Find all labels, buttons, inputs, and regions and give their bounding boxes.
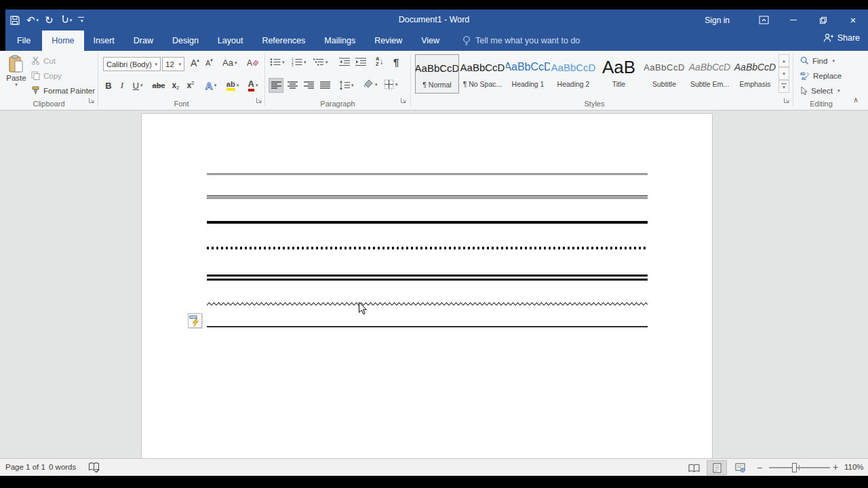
styles-dialog-launcher[interactable]	[783, 97, 791, 105]
font-size-dropdown[interactable]: ▾	[178, 62, 181, 67]
print-layout-button[interactable]	[707, 460, 727, 475]
tab-layout[interactable]: Layout	[208, 30, 253, 51]
ribbon-display-options-button[interactable]	[749, 9, 778, 30]
style-heading-2[interactable]: AaBbCcD Heading 2	[551, 54, 595, 94]
close-button[interactable]: ×	[838, 9, 868, 30]
grow-font-button[interactable]: A▴	[191, 58, 199, 68]
style-no-spacing[interactable]: AaBbCcD ¶ No Spac...	[460, 54, 505, 94]
font-group-label: Font	[98, 100, 264, 108]
document-page[interactable]	[141, 113, 713, 458]
bold-button[interactable]: B	[103, 78, 114, 93]
increase-indent-button[interactable]	[355, 58, 366, 66]
restore-button[interactable]	[808, 9, 838, 30]
find-button[interactable]: Find ▾	[800, 56, 835, 65]
font-name-dropdown[interactable]: ▾	[155, 62, 157, 67]
styles-scroll-down-button[interactable]: ▾	[778, 67, 789, 80]
group-divider	[98, 54, 98, 106]
autocorrect-options-button[interactable]	[188, 313, 202, 328]
tab-draw[interactable]: Draw	[124, 30, 163, 51]
font-dialog-launcher[interactable]	[256, 97, 264, 105]
line-spacing-button[interactable]: ▾	[339, 81, 354, 90]
underline-dropdown[interactable]: ▾	[140, 83, 143, 88]
superscript-button[interactable]: x2	[184, 78, 197, 93]
clear-formatting-button[interactable]: A	[247, 58, 258, 68]
font-color-dropdown[interactable]: ▾	[256, 83, 258, 88]
word-count[interactable]: 0 words	[49, 463, 76, 471]
borders-dropdown[interactable]: ▾	[395, 82, 398, 87]
style-heading-1[interactable]: AaBbCcD Heading 1	[506, 54, 550, 94]
sign-in-link[interactable]: Sign in	[705, 16, 730, 25]
italic-button[interactable]: I	[118, 78, 126, 93]
tab-insert[interactable]: Insert	[84, 30, 124, 51]
tab-design[interactable]: Design	[163, 30, 208, 51]
zoom-out-button[interactable]: −	[757, 462, 762, 473]
read-mode-button[interactable]	[684, 460, 704, 475]
tab-mailings[interactable]: Mailings	[315, 30, 365, 51]
document-area[interactable]	[0, 110, 868, 458]
borders-button[interactable]: ▾	[384, 79, 398, 89]
find-dropdown[interactable]: ▾	[832, 58, 835, 64]
zoom-level[interactable]: 110%	[844, 463, 864, 471]
styles-scroll-up-button[interactable]: ▴	[778, 54, 789, 67]
zoom-in-button[interactable]: +	[833, 462, 838, 472]
align-right-button[interactable]	[301, 78, 316, 93]
tab-references[interactable]: References	[252, 30, 315, 51]
tab-review[interactable]: Review	[365, 30, 412, 51]
styles-gallery-more-button[interactable]: ▾	[778, 80, 789, 93]
strikethrough-button[interactable]: abc	[151, 78, 167, 93]
replace-label: Replace	[813, 72, 842, 80]
paste-button[interactable]: Paste ▾	[4, 54, 28, 101]
tell-me-box[interactable]: Tell me what you want to do	[462, 30, 580, 51]
shrink-font-button[interactable]: A▾	[205, 59, 213, 67]
align-left-button[interactable]	[269, 78, 283, 93]
font-size-combo[interactable]: 12 ▾	[162, 57, 184, 71]
format-painter-button[interactable]: Format Painter	[31, 86, 95, 95]
zoom-slider-track[interactable]	[769, 467, 830, 468]
collapse-ribbon-button[interactable]: ∧	[853, 96, 859, 104]
replace-button[interactable]: abac Replace	[800, 71, 842, 80]
find-label: Find	[812, 57, 827, 65]
share-person-icon	[823, 33, 833, 43]
style-title[interactable]: AaB Title	[597, 54, 641, 94]
decrease-indent-button[interactable]	[339, 58, 350, 66]
highlight-button[interactable]: ab▾	[222, 78, 243, 93]
paragraph-dialog-launcher[interactable]	[400, 97, 408, 105]
text-effects-button[interactable]: A▾	[202, 78, 220, 93]
show-hide-pilcrow-button[interactable]: ¶	[393, 56, 399, 68]
highlight-dropdown[interactable]: ▾	[237, 83, 239, 88]
subscript-button[interactable]: x2	[170, 78, 182, 93]
share-button[interactable]: Share	[823, 33, 860, 43]
tab-home[interactable]: Home	[42, 30, 83, 51]
style-emphasis[interactable]: AaBbCcD Emphasis	[733, 54, 777, 94]
paste-dropdown[interactable]: ▾	[4, 82, 28, 87]
sort-button[interactable]: AZ ↓	[376, 56, 383, 66]
tab-file[interactable]: File	[5, 30, 42, 51]
style-subtle-emphasis[interactable]: AaBbCcD Subtle Em...	[688, 54, 732, 94]
shading-button[interactable]: ▾	[362, 79, 378, 89]
minimize-button[interactable]	[778, 9, 808, 30]
copy-button[interactable]: Copy	[31, 71, 62, 80]
font-name-combo[interactable]: Calibri (Body) ▾	[103, 57, 161, 71]
clipboard-dialog-launcher[interactable]	[88, 97, 96, 105]
multilevel-list-button[interactable]: ▾	[313, 58, 328, 66]
zoom-slider-thumb[interactable]	[792, 463, 797, 472]
svg-text:ac: ac	[802, 76, 807, 80]
font-color-button[interactable]: A▾	[244, 78, 262, 93]
bullets-button[interactable]: ▾	[270, 58, 285, 66]
change-case-button[interactable]: Aa▾	[222, 58, 237, 68]
align-center-button[interactable]	[285, 78, 300, 93]
numbering-button[interactable]: 123 ▾	[292, 58, 307, 66]
tab-view[interactable]: View	[412, 30, 449, 51]
web-layout-button[interactable]	[730, 460, 750, 475]
cut-button[interactable]: Cut	[31, 56, 56, 65]
style-subtitle[interactable]: AaBbCcD Subtitle	[642, 54, 686, 94]
select-button[interactable]: Select ▾	[800, 86, 840, 96]
underline-button[interactable]: U▾	[130, 78, 146, 93]
proofing-status-button[interactable]	[88, 462, 100, 472]
ribbon: Paste ▾ Cut Copy Format Painter Clipboar…	[0, 51, 868, 110]
justify-button[interactable]	[317, 78, 332, 93]
select-dropdown[interactable]: ▾	[837, 88, 840, 94]
style-normal[interactable]: AaBbCcD ¶ Normal	[415, 54, 459, 94]
shading-dropdown[interactable]: ▾	[375, 82, 378, 87]
page-indicator[interactable]: Page 1 of 1	[5, 463, 45, 471]
